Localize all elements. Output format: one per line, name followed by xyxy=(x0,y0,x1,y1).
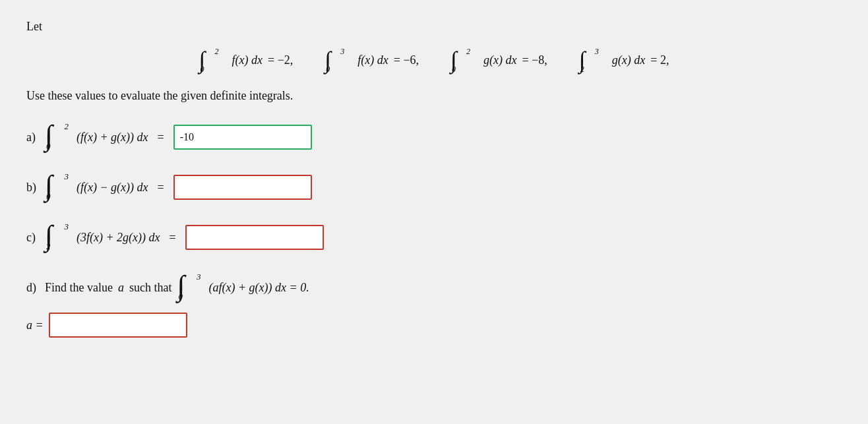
integral-2: ∫ 3 0 f(x) dx = −6, xyxy=(325,45,419,75)
integral-1: ∫ 2 0 f(x) dx = −2, xyxy=(199,45,294,75)
let-label: Let xyxy=(26,20,842,34)
integral-4: ∫ 3 2 g(x) dx = 2, xyxy=(579,45,669,75)
problem-b-input[interactable] xyxy=(173,175,312,200)
integral-3: ∫ 2 0 g(x) dx = −8, xyxy=(450,45,547,75)
problem-d-input[interactable] xyxy=(49,313,187,338)
problem-c-upper: 3 xyxy=(65,222,69,232)
problem-d-upper: 3 xyxy=(197,272,201,282)
problem-c-lower: 2 xyxy=(46,241,51,252)
problem-c-input[interactable] xyxy=(185,225,324,250)
problem-b-lower: 0 xyxy=(46,191,51,202)
problem-d-label: d) xyxy=(26,281,40,295)
problem-d-such-that: such that xyxy=(129,281,172,295)
problem-b-label: b) xyxy=(26,181,40,195)
problem-b: b) ∫ 3 0 (f(x) − g(x)) dx = xyxy=(26,171,842,203)
problem-a: a) ∫ 2 0 (f(x) + g(x)) dx = xyxy=(26,121,842,153)
problem-c-expr: (3f(x) + 2g(x)) dx xyxy=(77,231,160,245)
problem-d-a-label: a = xyxy=(26,318,44,332)
problem-b-upper: 3 xyxy=(65,171,69,182)
problem-a-lower: 0 xyxy=(46,141,51,152)
use-line: Use these values to evaluate the given d… xyxy=(26,89,842,103)
problem-d-italic-a: a xyxy=(118,281,124,295)
problem-a-label: a) xyxy=(26,131,40,144)
given-integrals: ∫ 2 0 f(x) dx = −2, ∫ 3 0 f(x) dx = −6, … xyxy=(26,45,842,75)
problem-b-expr: (f(x) − g(x)) dx xyxy=(77,181,148,195)
problem-d-expr: (af(x) + g(x)) dx = 0. xyxy=(208,281,309,295)
problem-d-lower: 0 xyxy=(178,291,183,302)
problem-d-intro: Find the value xyxy=(45,281,113,295)
problem-d-line2: a = xyxy=(26,313,842,338)
problem-c-label: c) xyxy=(26,231,40,245)
problem-d: d) Find the value a such that ∫ 3 0 (af(… xyxy=(26,272,842,338)
problem-a-expr: (f(x) + g(x)) dx xyxy=(77,131,148,144)
problem-a-input[interactable] xyxy=(173,125,312,150)
problem-a-upper: 2 xyxy=(65,121,69,132)
problem-c: c) ∫ 3 2 (3f(x) + 2g(x)) dx = xyxy=(26,222,842,253)
problem-d-line1: d) Find the value a such that ∫ 3 0 (af(… xyxy=(26,272,842,303)
